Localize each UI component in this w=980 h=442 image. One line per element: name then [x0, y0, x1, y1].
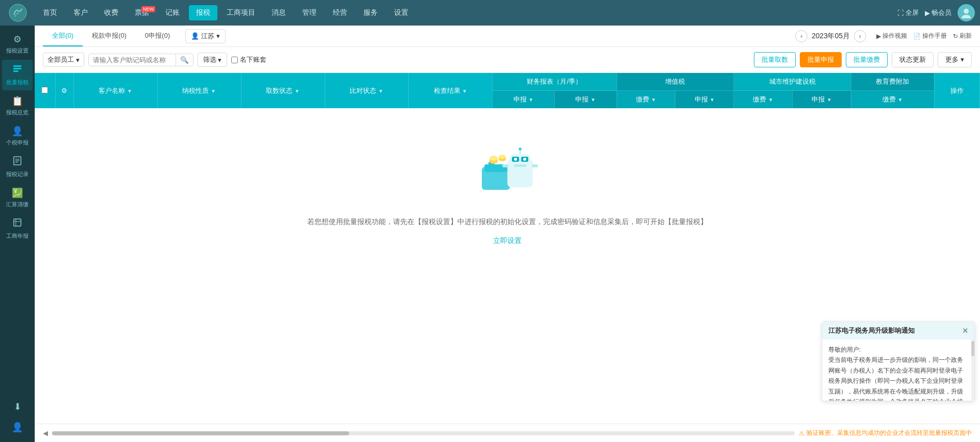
sub-tab-zero[interactable]: 0申报(0): [136, 26, 179, 46]
tax-records-icon: [12, 156, 22, 168]
taxtype-filter-icon[interactable]: ▼: [211, 88, 216, 94]
download-icon: ⬇: [14, 401, 21, 412]
svg-rect-22: [510, 154, 530, 169]
sidebar: ⚙ 报税设置 批量报税 📋 报税总览 👤 个税申报: [0, 26, 35, 442]
nav-accounting[interactable]: 记账: [158, 5, 187, 20]
nav-service[interactable]: 服务: [356, 5, 385, 20]
notice-popup: 江苏电子税务局升级影响通知 ✕ 尊敬的用户: 受当前电子税务局进一步升级的影响，…: [822, 322, 975, 401]
setup-link[interactable]: 立即设置: [493, 236, 522, 245]
user-avatar[interactable]: [958, 4, 975, 21]
fetch-filter-icon[interactable]: ▼: [295, 88, 300, 94]
sidebar-item-settlement[interactable]: 💹 汇算清缴: [2, 183, 33, 212]
status-update-btn[interactable]: 状态更新: [892, 52, 934, 67]
province-label: 江苏: [201, 32, 214, 41]
notice-close-btn[interactable]: ✕: [962, 327, 968, 335]
svg-point-17: [489, 156, 498, 161]
th-vat-pay: 缴费 ▼: [617, 91, 675, 109]
sidebar-label-personal-tax: 个税申报: [6, 139, 29, 146]
th-edu-pay: 缴费 ▼: [851, 91, 934, 109]
check-filter-icon[interactable]: ▼: [462, 88, 467, 94]
employee-select-chevron: ▾: [76, 56, 80, 64]
svg-rect-3: [13, 68, 21, 69]
nav-operation[interactable]: 经营: [326, 5, 354, 20]
sub-tab-zero-count: 0: [164, 32, 167, 39]
customer-filter-icon[interactable]: ▼: [127, 88, 132, 94]
top-nav: 首页 客户 收费 票据 NEW 记账 报税 工商项目 消息 管理 经营 服务 设…: [0, 0, 980, 26]
nav-home[interactable]: 首页: [36, 5, 64, 20]
scroll-left-btn[interactable]: ◀: [43, 429, 48, 437]
nav-items: 首页 客户 收费 票据 NEW 记账 报税 工商项目 消息 管理 经营 服务 设…: [36, 5, 897, 20]
warning-icon: ⚠: [799, 430, 804, 437]
under-account-checkbox-label[interactable]: 名下账套: [231, 55, 266, 64]
svg-rect-31: [514, 164, 526, 167]
sub-tab-zero-label: 0申报: [145, 32, 162, 39]
th-edu-declare: 申报 ▼: [792, 91, 851, 109]
more-btn[interactable]: 更多 ▾: [938, 52, 972, 67]
search-input[interactable]: [89, 54, 176, 66]
batch-tax-icon: [12, 64, 22, 77]
filter-chevron-icon: ▾: [218, 56, 222, 64]
search-box: 🔍: [88, 54, 193, 66]
th-settings[interactable]: ⚙: [55, 73, 74, 108]
refresh-link[interactable]: ↻ 刷新: [953, 32, 972, 40]
annual-report-icon: [12, 217, 22, 230]
fullscreen-btn[interactable]: ⛶ 全屏: [897, 8, 919, 17]
th-financial-report: 财务报表（月/季）: [492, 73, 617, 91]
select-all-checkbox[interactable]: [41, 87, 48, 93]
sidebar-item-tax-records[interactable]: 报税记录: [2, 152, 33, 182]
app-logo: [5, 0, 31, 26]
current-month: 2023年05月: [812, 32, 850, 41]
sub-tab-all-count: 0: [67, 32, 71, 39]
batch-declare-btn[interactable]: 批量申报: [800, 52, 842, 67]
compare-filter-icon[interactable]: ▼: [378, 88, 383, 94]
person-icon: 👤: [191, 32, 199, 40]
th-tax-type: 纳税性质 ▼: [157, 73, 241, 108]
under-account-label: 名下账套: [240, 55, 266, 64]
prev-month-btn[interactable]: ‹: [795, 30, 807, 42]
employee-select[interactable]: 全部员工 ▾: [43, 53, 84, 67]
nav-invoice[interactable]: 票据 NEW: [128, 5, 156, 20]
operation-manual-link[interactable]: 📄 操作手册: [913, 32, 947, 40]
province-selector[interactable]: 👤 江苏 ▾: [185, 29, 226, 43]
sidebar-label-annual-report: 工商年报: [6, 232, 29, 240]
notice-header: 江苏电子税务局升级影响通知 ✕: [822, 322, 974, 339]
sidebar-item-tax-overview[interactable]: 📋 报税总览: [2, 91, 33, 120]
member-btn[interactable]: ▶ 畅会员: [925, 8, 951, 17]
batch-fetch-btn[interactable]: 批量取数: [754, 52, 796, 67]
nav-message[interactable]: 消息: [264, 5, 293, 20]
user-icon: 👤: [12, 422, 23, 433]
sidebar-item-tax-settings[interactable]: ⚙ 报税设置: [2, 30, 33, 59]
svg-rect-9: [14, 219, 21, 226]
robot-illustration: [474, 139, 541, 205]
next-month-btn[interactable]: ›: [854, 30, 866, 42]
tax-overview-icon: 📋: [12, 95, 23, 107]
th-checkbox[interactable]: [35, 73, 55, 108]
sidebar-item-personal-tax[interactable]: 👤 个税申报: [2, 121, 33, 151]
sub-tab-all[interactable]: 全部(0): [43, 26, 83, 46]
horizontal-scrollbar[interactable]: [52, 431, 795, 435]
notice-body: 尊敬的用户: 受当前电子税务局进一步升级的影响，同一个政务网账号（办税人）名下的…: [822, 339, 974, 401]
nav-tax[interactable]: 报税: [189, 5, 217, 20]
batch-pay-btn[interactable]: 批量缴费: [846, 52, 888, 67]
nav-business[interactable]: 工商项目: [219, 5, 262, 20]
th-customer-name: 客户名称 ▼: [74, 73, 157, 108]
under-account-checkbox[interactable]: [231, 57, 238, 63]
search-button[interactable]: 🔍: [176, 54, 193, 66]
nav-customer[interactable]: 客户: [66, 5, 95, 20]
filter-button[interactable]: 筛选 ▾: [198, 53, 227, 67]
notice-scrollbar[interactable]: [971, 338, 974, 401]
svg-rect-4: [13, 70, 18, 72]
bottom-tip-text: 验证账密、采集信息均成功的企业才会流转至批量报税页面中: [806, 429, 972, 437]
nav-settings[interactable]: 设置: [387, 5, 415, 20]
notice-title: 江苏电子税务局升级影响通知: [828, 326, 915, 335]
sub-tab-declare[interactable]: 税款申报(0): [83, 26, 136, 46]
sidebar-item-user[interactable]: 👤: [2, 418, 33, 437]
nav-fee[interactable]: 收费: [97, 5, 126, 20]
sidebar-item-batch-tax[interactable]: 批量报税: [2, 60, 33, 90]
nav-manage[interactable]: 管理: [295, 5, 324, 20]
sidebar-item-download[interactable]: ⬇: [2, 397, 33, 416]
operation-video-link[interactable]: ▶ 操作视频: [876, 32, 907, 40]
sidebar-item-annual-report[interactable]: 工商年报: [2, 213, 33, 244]
th-vat-declare: 申报 ▼: [554, 91, 617, 109]
svg-point-25: [514, 158, 517, 161]
